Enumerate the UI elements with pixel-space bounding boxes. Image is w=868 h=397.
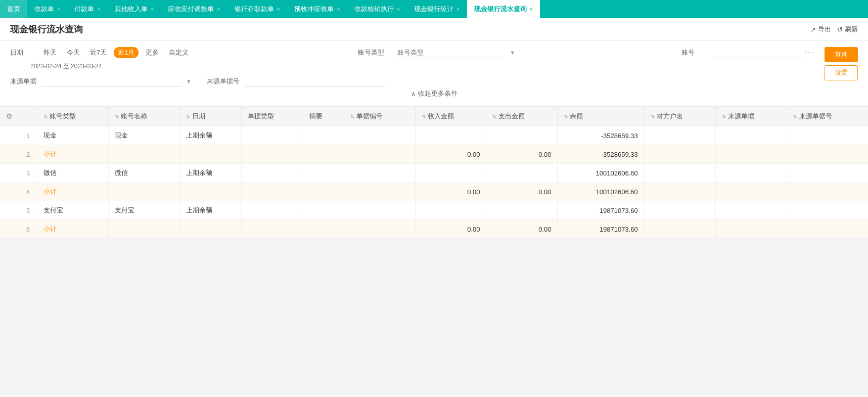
nav-close-liushui[interactable]: × <box>530 6 533 12</box>
collapse-icon: ∧ <box>411 90 416 98</box>
cell-balance: -3528659.33 <box>558 145 644 164</box>
nav-item-home[interactable]: 首页 <box>0 0 27 18</box>
col-header-summary: 摘要 <box>303 107 344 126</box>
cell-num: 2 <box>19 145 37 164</box>
col-header-date[interactable]: ⇅日期 <box>179 107 241 126</box>
cell-date <box>179 183 241 201</box>
account-ellipsis[interactable]: ··· <box>805 48 814 57</box>
source-doc-label: 来源单据 <box>10 77 36 86</box>
col-label-date: 日期 <box>192 112 205 120</box>
date-option-近7天[interactable]: 近7天 <box>87 47 110 58</box>
cell-expense: 0.00 <box>486 220 558 239</box>
cell-num: 3 <box>19 164 37 183</box>
nav-close-fukuan[interactable]: × <box>97 6 100 12</box>
cell-account_type: 微信 <box>37 164 109 183</box>
cell-expense <box>486 126 558 145</box>
page-header: 现金银行流水查询 ↗ 导出 ↺ 刷新 <box>0 18 868 41</box>
date-options: 昨天今天近7天近1月更多自定义 <box>40 47 192 58</box>
cell-counterparty <box>644 145 715 164</box>
nav-close-tongji[interactable]: × <box>456 6 460 12</box>
cell-num: 4 <box>19 183 37 201</box>
cell-income <box>415 201 486 220</box>
cell-balance: 100102606.60 <box>558 183 644 201</box>
right-buttons: 查询 设置 <box>825 47 858 80</box>
cell-account_type: 支付宝 <box>37 201 109 220</box>
source-doc-no-input[interactable] <box>244 76 385 87</box>
nav-close-yushou[interactable]: × <box>337 6 340 12</box>
col-header-expense[interactable]: ⇅支出金额 <box>486 107 558 126</box>
account-type-label: 账号类型 <box>358 48 384 57</box>
nav-item-fukuan[interactable]: 付款单× <box>67 0 107 18</box>
cell-settings <box>0 145 19 164</box>
cell-account_name <box>108 183 179 201</box>
cell-account_name: 现金 <box>108 126 179 145</box>
account-input[interactable] <box>712 47 803 58</box>
nav-close-shoukuan[interactable]: × <box>57 6 60 12</box>
nav-item-hexiao[interactable]: 收款核销执行× <box>347 0 407 18</box>
table-settings-icon[interactable]: ⚙ <box>6 112 13 120</box>
nav-close-hexiao[interactable]: × <box>397 6 400 12</box>
col-header-num <box>19 107 37 126</box>
cell-source_doc <box>715 126 787 145</box>
col-header-account_name[interactable]: ⇅账号名称 <box>108 107 179 126</box>
export-button[interactable]: ↗ 导出 <box>810 25 831 34</box>
nav-item-shoukuan[interactable]: 收款单× <box>27 0 67 18</box>
cell-balance: 19871073.60 <box>558 201 644 220</box>
account-type-input[interactable] <box>394 47 506 58</box>
cell-doc_type <box>241 220 303 239</box>
filter-area: 日期 昨天今天近7天近1月更多自定义 账号类型 ▼ 账号 ··· 2023-02… <box>0 41 868 107</box>
query-button[interactable]: 查询 <box>825 47 858 62</box>
cell-expense: 0.00 <box>486 183 558 201</box>
cell-source_doc <box>715 164 787 183</box>
nav-item-tongji[interactable]: 现金银行统计× <box>407 0 467 18</box>
cell-account_type: 现金 <box>37 126 109 145</box>
nav-item-qita[interactable]: 其他收入单× <box>108 0 161 18</box>
date-option-近1月[interactable]: 近1月 <box>114 47 139 58</box>
cell-counterparty <box>644 164 715 183</box>
cell-doc_type <box>241 183 303 201</box>
collapse-bar[interactable]: ∧ 收起更多条件 <box>10 87 858 100</box>
col-header-balance[interactable]: ⇅余额 <box>558 107 644 126</box>
cell-expense: 0.00 <box>486 145 558 164</box>
date-option-今天[interactable]: 今天 <box>64 47 83 58</box>
cell-income <box>415 164 486 183</box>
refresh-button[interactable]: ↺ 刷新 <box>837 25 858 34</box>
nav-item-yinhang[interactable]: 银行存取款单× <box>227 0 287 18</box>
source-doc-chevron: ▼ <box>186 78 192 84</box>
cell-doc_no <box>344 164 415 183</box>
table-row: 6小计0.000.0019871073.60 <box>0 220 868 239</box>
cell-doc_no <box>344 183 415 201</box>
cell-summary <box>303 126 344 145</box>
sort-icon-income: ⇅ <box>422 114 426 119</box>
col-header-counterparty[interactable]: ⇅对方户名 <box>644 107 715 126</box>
nav-close-yingshou[interactable]: × <box>217 6 220 12</box>
account-label: 账号 <box>681 48 702 57</box>
date-option-自定义[interactable]: 自定义 <box>166 47 192 58</box>
nav-close-qita[interactable]: × <box>151 6 154 12</box>
cell-expense <box>486 164 558 183</box>
nav-close-yinhang[interactable]: × <box>277 6 280 12</box>
nav-item-yingshou[interactable]: 应收应付调整单× <box>161 0 227 18</box>
cell-account_name <box>108 220 179 239</box>
cell-date: 上期余额 <box>179 126 241 145</box>
cell-source_doc <box>715 220 787 239</box>
settings-button[interactable]: 设置 <box>825 65 858 80</box>
col-header-doc_no[interactable]: ⇅单据编号 <box>344 107 415 126</box>
col-label-doc_type: 单据类型 <box>248 112 274 120</box>
date-option-昨天[interactable]: 昨天 <box>40 47 60 58</box>
col-header-source_doc_no[interactable]: ⇅来源单据号 <box>787 107 868 126</box>
source-doc-input[interactable] <box>40 76 182 87</box>
export-icon: ↗ <box>810 26 816 33</box>
cell-account_name: 微信 <box>108 164 179 183</box>
cell-income: 0.00 <box>415 145 486 164</box>
col-header-income[interactable]: ⇅收入金额 <box>415 107 486 126</box>
cell-balance: 100102606.60 <box>558 164 644 183</box>
col-header-source_doc[interactable]: ⇅来源单据 <box>715 107 787 126</box>
cell-balance: -3528659.33 <box>558 126 644 145</box>
date-option-更多[interactable]: 更多 <box>143 47 162 58</box>
table-row: 4小计0.000.00100102606.60 <box>0 183 868 201</box>
sort-icon-expense: ⇅ <box>492 114 496 119</box>
col-header-account_type[interactable]: ⇅账号类型 <box>37 107 109 126</box>
nav-item-liushui[interactable]: 现金银行流水查询× <box>467 0 540 18</box>
nav-item-yushou[interactable]: 预收冲应收单× <box>287 0 347 18</box>
